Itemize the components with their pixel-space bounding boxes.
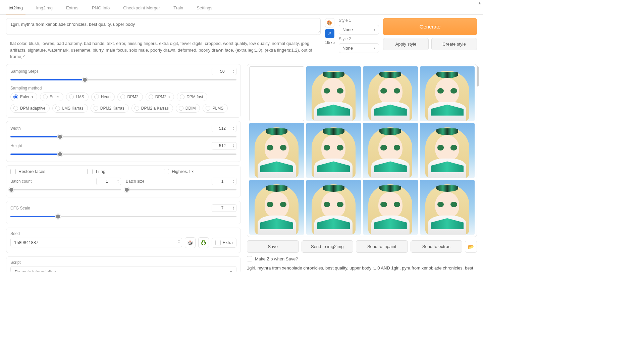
width-label: Width: [10, 126, 21, 131]
open-folder-button[interactable]: 📂: [465, 241, 477, 253]
tab-img2img[interactable]: img2img: [34, 3, 55, 14]
options-group: Restore faces Tiling Highres. fix Batch …: [6, 165, 241, 197]
tab-extras[interactable]: Extras: [63, 3, 81, 14]
gallery-image[interactable]: [249, 123, 304, 178]
resize-handle-icon[interactable]: ⋰: [316, 31, 320, 34]
gallery-image[interactable]: [363, 123, 418, 178]
apply-style-button[interactable]: Apply style: [383, 38, 429, 50]
output-gallery: [247, 64, 477, 237]
resize-handle-icon[interactable]: ⋰: [21, 54, 25, 59]
radio-icon: [180, 95, 184, 99]
sampling-steps-value[interactable]: 50▲▼: [212, 68, 236, 75]
sampler-dpm-adaptive[interactable]: DPM adaptive: [10, 104, 50, 113]
gallery-image[interactable]: [420, 123, 475, 178]
radio-icon: [120, 95, 125, 99]
generation-info: 1girl, mythra from xenoblade chronicles,…: [247, 265, 477, 272]
batch-size-slider[interactable]: [126, 187, 236, 192]
radio-icon: [206, 106, 210, 111]
radio-icon: [13, 95, 18, 99]
style2-select[interactable]: None▾: [339, 43, 379, 53]
sampler-heun[interactable]: Heun: [91, 93, 115, 101]
gallery-image[interactable]: [249, 180, 304, 235]
make-zip-checkbox[interactable]: Make Zip when Save?: [247, 256, 477, 261]
gallery-image[interactable]: [306, 180, 361, 235]
prompt-input[interactable]: 1girl, mythra from xenoblade chronicles,…: [6, 18, 321, 35]
gallery-image[interactable]: [420, 180, 475, 235]
tab-png-info[interactable]: PNG Info: [89, 3, 112, 14]
sampler-dpm2-karras[interactable]: DPM2 Karras: [91, 104, 129, 113]
cfg-label: CFG Scale: [10, 206, 30, 210]
tab-checkpoint-merger[interactable]: Checkpoint Merger: [120, 3, 163, 14]
seed-input[interactable]: 1589841887▲▼: [10, 238, 182, 247]
sampling-steps-group: Sampling Steps 50▲▼ Sampling method Eule…: [6, 64, 241, 118]
spinner-icon[interactable]: ▲▼: [231, 178, 235, 185]
cfg-value[interactable]: 7▲▼: [212, 204, 236, 212]
spinner-icon[interactable]: ▲▼: [116, 178, 120, 185]
sampler-dpm2[interactable]: DPM2: [117, 93, 143, 101]
random-seed-button[interactable]: 🎲: [185, 237, 196, 248]
gallery-image[interactable]: [363, 66, 418, 121]
generate-button[interactable]: Generate: [383, 18, 477, 35]
sampling-steps-slider[interactable]: [10, 77, 236, 82]
negative-prompt-input[interactable]: flat color, blush, lowres, bad anatomy, …: [6, 38, 321, 63]
radio-icon: [179, 106, 183, 111]
batch-size-value[interactable]: 1▲▼: [212, 178, 236, 185]
scroll-up-icon[interactable]: ▲: [478, 1, 482, 5]
sampler-lms[interactable]: LMS: [66, 93, 89, 101]
sampler-plms[interactable]: PLMS: [203, 104, 228, 113]
spinner-icon[interactable]: ▲▼: [178, 239, 180, 244]
width-value[interactable]: 512▲▼: [212, 125, 236, 132]
style1-select[interactable]: None▾: [339, 25, 379, 35]
height-value[interactable]: 512▲▼: [212, 142, 236, 149]
tab-settings[interactable]: Settings: [194, 3, 215, 14]
height-label: Height: [10, 143, 22, 148]
create-style-button[interactable]: Create style: [431, 38, 477, 50]
tiling-checkbox[interactable]: Tiling: [87, 169, 160, 174]
send-extras-button[interactable]: Send to extras: [411, 240, 463, 253]
tab-txt2img[interactable]: txt2img: [6, 3, 25, 14]
sampler-dpm2-a[interactable]: DPM2 a: [146, 93, 174, 101]
sampler-dpm2-a-karras[interactable]: DPM2 a Karras: [131, 104, 173, 113]
width-slider[interactable]: [10, 134, 236, 139]
sampler-ddim[interactable]: DDIM: [176, 104, 200, 113]
sampling-steps-label: Sampling Steps: [10, 69, 39, 74]
spinner-icon[interactable]: ▲▼: [231, 205, 235, 212]
sampling-method-label: Sampling method: [10, 86, 236, 90]
radio-icon: [13, 106, 18, 111]
spinner-icon[interactable]: ▲▼: [231, 142, 235, 149]
palette-icon-button[interactable]: 🎨: [325, 18, 334, 27]
gallery-image[interactable]: [306, 123, 361, 178]
gallery-image[interactable]: [420, 66, 475, 121]
sampler-dpm-fast[interactable]: DPM fast: [177, 93, 207, 101]
gallery-image[interactable]: [306, 66, 361, 121]
sampler-lms-karras[interactable]: LMS Karras: [52, 104, 88, 113]
height-slider[interactable]: [10, 152, 236, 157]
batch-count-slider[interactable]: [10, 187, 121, 192]
sampler-euler-a[interactable]: Euler a: [10, 93, 37, 101]
chevron-down-icon: ▾: [374, 28, 375, 32]
cfg-slider[interactable]: [10, 214, 236, 219]
restore-faces-checkbox[interactable]: Restore faces: [10, 169, 83, 174]
radio-icon: [69, 95, 74, 99]
gallery-image[interactable]: [249, 66, 304, 121]
tab-train[interactable]: Train: [171, 3, 186, 14]
send-inpaint-button[interactable]: Send to inpaint: [356, 240, 408, 253]
batch-count-value[interactable]: 1▲▼: [96, 178, 121, 185]
paste-icon-button[interactable]: ↗: [325, 29, 334, 38]
highres-fix-checkbox[interactable]: Highres. fix: [164, 169, 236, 174]
spinner-icon[interactable]: ▲▼: [231, 125, 235, 132]
gallery-image[interactable]: [363, 180, 418, 235]
spinner-icon[interactable]: ▲▼: [231, 68, 235, 75]
chevron-down-icon: ▾: [230, 269, 232, 272]
script-select[interactable]: Prompts interpolation▾: [10, 266, 236, 272]
batch-size-label: Batch size: [126, 179, 144, 184]
save-button[interactable]: Save: [247, 240, 299, 253]
extra-seed-checkbox[interactable]: Extra: [212, 238, 236, 248]
cfg-group: CFG Scale 7▲▼: [6, 201, 241, 224]
sampler-euler[interactable]: Euler: [40, 93, 63, 101]
reuse-seed-button[interactable]: ♻️: [198, 237, 209, 248]
batch-count-label: Batch count: [10, 179, 32, 184]
seed-label: Seed: [10, 231, 236, 236]
main-tabs: txt2imgimg2imgExtrasPNG InfoCheckpoint M…: [0, 0, 483, 15]
send-img2img-button[interactable]: Send to img2img: [302, 240, 354, 253]
